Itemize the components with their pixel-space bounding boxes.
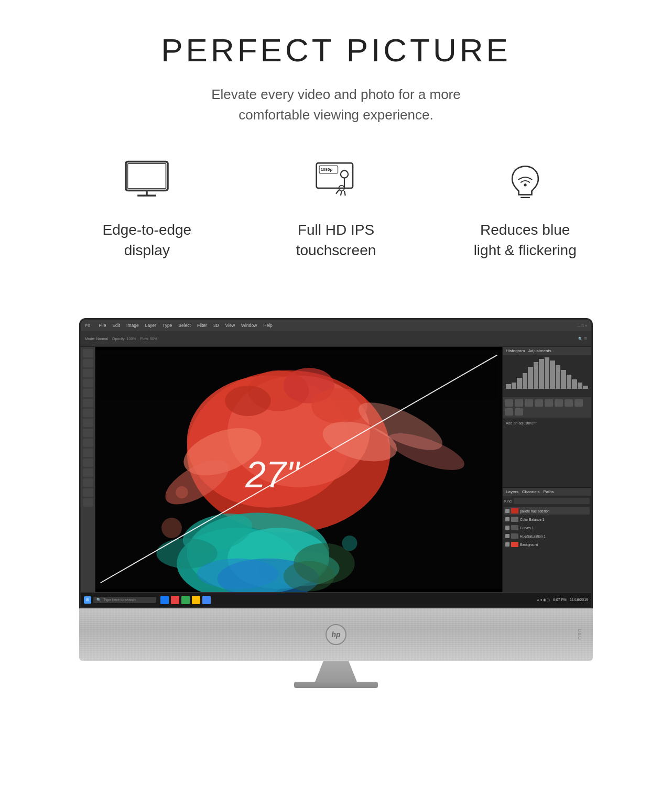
hbar — [561, 370, 566, 389]
ps-menu-select[interactable]: Select — [178, 323, 191, 328]
taskbar-search-box[interactable]: 🔍 Type here to search — [93, 597, 156, 603]
feature-blue-light: Reduces blue light & flickering — [430, 157, 620, 260]
ps-tool-clone — [83, 419, 93, 427]
ps-canvas: 27" — [95, 347, 502, 592]
svg-text:1080p: 1080p — [321, 167, 333, 172]
hbar — [523, 373, 528, 389]
svg-line-10 — [336, 190, 339, 194]
ps-tool-shape — [83, 478, 93, 487]
feature-touchscreen: 1080p Full HD IPS touchscreen — [242, 157, 431, 260]
hbar — [512, 383, 517, 389]
ink-image: 27" — [95, 347, 502, 592]
monitor-stand-foot — [294, 682, 378, 688]
ps-tool-eyedrop — [83, 389, 93, 397]
screen-content: PS File Edit Image Layer Type Select Fil… — [81, 320, 591, 607]
svg-rect-1 — [128, 163, 166, 189]
taskbar-time: 6:07 PM — [553, 598, 567, 602]
svg-point-23 — [311, 388, 367, 424]
svg-text:27": 27" — [245, 454, 301, 495]
ps-tool-select — [83, 359, 93, 367]
ps-tool-hand — [83, 488, 93, 497]
monitor-stand-neck — [315, 661, 357, 682]
ps-menu-3d[interactable]: 3D — [213, 323, 219, 328]
ps-tool-zoom — [83, 498, 93, 507]
hp-logo: hp — [326, 624, 346, 645]
svg-point-7 — [341, 170, 348, 178]
svg-line-11 — [341, 191, 342, 195]
feature-blue-light-label: Reduces blue light & flickering — [474, 220, 577, 260]
monitor-section: PS File Edit Image Layer Type Select Fil… — [0, 318, 672, 709]
ps-right-panels: Histogram Adjustments — [502, 347, 591, 592]
svg-point-15 — [524, 183, 526, 186]
taskbar-icon-3 — [181, 596, 190, 604]
ps-menu-type[interactable]: Type — [162, 323, 172, 328]
taskbar-icon-4 — [192, 596, 200, 604]
monitor-icon — [121, 157, 173, 204]
histogram-bars — [505, 357, 589, 389]
hbar — [550, 361, 555, 389]
monitor-base: hp B&O — [79, 608, 593, 661]
page-title: PERFECT PICTURE — [21, 31, 651, 69]
hbar — [567, 375, 572, 389]
win-taskbar: ⊞ 🔍 Type here to search — [81, 592, 591, 607]
ps-tool-gradient — [83, 439, 93, 447]
hbar — [578, 383, 583, 389]
ps-workspace: 27" Histogram Adjustments — [81, 347, 591, 592]
svg-point-39 — [161, 518, 182, 538]
ps-menu-view[interactable]: View — [225, 323, 235, 328]
base-right-label: B&O — [577, 629, 582, 640]
ps-tool-text — [83, 468, 93, 477]
taskbar-ie-icon — [160, 596, 169, 604]
svg-point-36 — [197, 559, 278, 589]
hp-logo-text: hp — [331, 630, 340, 639]
hbar — [528, 367, 533, 389]
svg-point-40 — [342, 536, 357, 551]
hbar — [534, 362, 539, 389]
ps-menu-window[interactable]: Window — [241, 323, 257, 328]
ps-menu-layer[interactable]: Layer — [145, 323, 156, 328]
feature-touchscreen-label: Full HD IPS touchscreen — [296, 220, 376, 260]
ps-adjustments-panel: Add an adjustment — [503, 397, 591, 487]
hbar — [539, 359, 544, 389]
ps-layer-row: pallete hue addition Color Balance 1 — [503, 506, 591, 549]
ps-tools-panel — [81, 347, 95, 592]
ps-histogram — [503, 355, 591, 397]
hbar — [556, 365, 561, 389]
ps-menubar: PS File Edit Image Layer Type Select Fil… — [81, 320, 591, 331]
screen-area: PS File Edit Image Layer Type Select Fil… — [81, 320, 591, 607]
ps-tool-dodge — [83, 449, 93, 457]
svg-rect-0 — [126, 161, 168, 190]
hbar — [506, 384, 511, 389]
hbar — [545, 357, 550, 389]
ps-menu-help[interactable]: Help — [263, 323, 272, 328]
ps-toolbar: Mode: Normal Opacity: 100% Flow: 50% 🔍 ☰ — [81, 331, 591, 347]
ps-histogram-header: Histogram Adjustments — [503, 347, 591, 355]
top-section: PERFECT PICTURE Elevate every video and … — [0, 0, 672, 318]
svg-point-41 — [176, 486, 188, 498]
feature-edge-display-label: Edge-to-edge display — [102, 220, 191, 260]
ps-tool-eraser — [83, 429, 93, 437]
page-subtitle: Elevate every video and photo for a more… — [179, 84, 493, 125]
ps-tool-crop — [83, 379, 93, 387]
ps-tool-move — [83, 349, 93, 357]
hbar — [572, 379, 577, 389]
taskbar-chrome-icon — [171, 596, 179, 604]
svg-line-12 — [344, 191, 345, 195]
ps-tool-brush — [83, 409, 93, 417]
features-row: Edge-to-edge display 1080p — [21, 157, 651, 260]
taskbar-icon-5 — [202, 596, 211, 604]
hbar — [517, 378, 522, 389]
ps-layers-header: Layers Channels Paths — [503, 488, 591, 496]
ps-menu-edit[interactable]: Edit — [112, 323, 120, 328]
hbar — [583, 386, 588, 389]
monitor-wrapper: PS File Edit Image Layer Type Select Fil… — [79, 318, 593, 688]
svg-point-22 — [225, 386, 270, 416]
ps-menu-image[interactable]: Image — [126, 323, 139, 328]
ps-menu-filter[interactable]: Filter — [197, 323, 207, 328]
taskbar-search-text: Type here to search — [103, 598, 136, 602]
taskbar-date: 11/16/2019 — [570, 598, 588, 602]
ps-menu-file[interactable]: File — [99, 323, 106, 328]
ps-tool-heal — [83, 399, 93, 407]
ps-layers-panel: Layers Channels Paths Kind — [503, 487, 591, 592]
svg-point-38 — [284, 561, 334, 592]
